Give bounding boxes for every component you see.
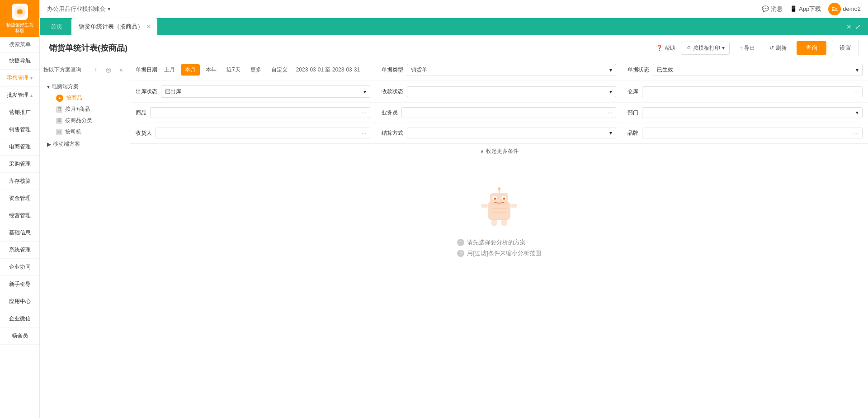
- sidebar: 畅捷信好生意 标版 搜索菜单 快捷导航 零售管理 ▾ 批发管理 ▴ 营销推广 销…: [0, 0, 40, 418]
- sidebar-item-sales[interactable]: 销售管理: [0, 121, 39, 138]
- receiver-input[interactable]: ···: [156, 128, 370, 138]
- collapse-panel-btn[interactable]: «: [116, 65, 126, 75]
- tab-close-btn[interactable]: ×: [147, 24, 150, 29]
- payment-select[interactable]: ▾: [407, 128, 616, 138]
- product-input[interactable]: ···: [150, 107, 370, 118]
- industry-selector[interactable]: 办公用品行业模拟账套 ▾: [47, 5, 111, 13]
- user-profile-btn[interactable]: Ea demo2: [828, 3, 861, 15]
- scheme-by-product[interactable]: ● 按商品: [43, 92, 126, 104]
- filter-row-3: 商品 ··· 业务员 ···: [130, 103, 868, 123]
- active-scheme-icon: ●: [56, 95, 63, 102]
- header-actions: 💬 消息 📱 App下载 Ea demo2: [762, 3, 861, 15]
- printer-icon: 回: [56, 129, 62, 135]
- add-scheme-btn[interactable]: +: [91, 65, 101, 75]
- scheme-by-category[interactable]: 回 按商品分类: [43, 115, 126, 126]
- sidebar-item-quick-nav[interactable]: 快捷导航: [0, 52, 39, 70]
- sidebar-item-operations[interactable]: 经营管理: [0, 207, 39, 224]
- staff-input[interactable]: ···: [401, 107, 616, 118]
- sidebar-item-member[interactable]: 畅会员: [0, 328, 39, 345]
- sidebar-item-wholesale[interactable]: 批发管理 ▴: [0, 87, 39, 104]
- doc-status-cell: 单据状态 已生效 ▾: [622, 59, 868, 81]
- sidebar-item-ecommerce[interactable]: 电商管理: [0, 138, 39, 156]
- date-last-month-btn[interactable]: 上月: [160, 64, 179, 76]
- app-download-btn[interactable]: 📱 App下载: [790, 5, 821, 13]
- help-btn[interactable]: ❓ 帮助: [656, 44, 675, 52]
- page-content: 销货单统计表(按商品) ❓ 帮助 🖨 按模板打印 ▾ ↑ 导出: [40, 35, 868, 418]
- search-menu[interactable]: 搜索菜单: [0, 37, 39, 52]
- dept-select[interactable]: ▾: [642, 107, 863, 118]
- pc-scheme-parent[interactable]: ▾ 电脑端方案: [43, 80, 126, 92]
- sidebar-item-inventory[interactable]: 库存核算: [0, 173, 39, 190]
- sidebar-item-system[interactable]: 系统管理: [0, 242, 39, 259]
- out-status-cell: 出库状态 已出库 ▾: [130, 81, 376, 102]
- page-inner: 销货单统计表(按商品) ❓ 帮助 🖨 按模板打印 ▾ ↑ 导出: [40, 35, 868, 418]
- date-7days-btn[interactable]: 近7天: [222, 64, 245, 76]
- svg-rect-11: [491, 218, 497, 226]
- main-area: 办公用品行业模拟账套 ▾ 💬 消息 📱 App下载 Ea demo2: [40, 0, 868, 418]
- category-icon: 回: [56, 118, 62, 124]
- scheme-by-month-product[interactable]: 日 按月+商品: [43, 104, 126, 115]
- app-subtitle: 标版: [15, 28, 24, 33]
- date-custom-btn[interactable]: 自定义: [267, 64, 292, 76]
- date-this-year-btn[interactable]: 本年: [202, 64, 221, 76]
- doc-status-select[interactable]: 已生效 ▾: [653, 64, 863, 76]
- logo-icon: [12, 4, 28, 20]
- date-label: 单据日期: [136, 66, 157, 74]
- brand-input[interactable]: ···: [642, 128, 863, 138]
- industry-label: 办公用品行业模拟账套: [47, 5, 106, 13]
- sidebar-item-wechat[interactable]: 企业微信: [0, 310, 39, 328]
- wholesale-arrow: ▴: [30, 93, 33, 98]
- tab-close-window-icon[interactable]: ✕: [846, 23, 852, 30]
- filter-row-4: 收货人 ··· 结算方式 ▾: [130, 123, 868, 143]
- tab-sales-stats[interactable]: 销货单统计表（按商品） ×: [71, 18, 157, 35]
- out-status-select[interactable]: 已出库 ▾: [161, 86, 370, 98]
- warehouse-input[interactable]: ···: [642, 86, 863, 97]
- brand-cell: 品牌 ···: [622, 123, 868, 143]
- tab-home[interactable]: 首页: [43, 18, 70, 35]
- scheme-by-printer[interactable]: 回 按司机: [43, 126, 126, 138]
- mobile-scheme-expand-icon: ▶: [47, 141, 51, 147]
- tab-maximize-icon[interactable]: ⤢: [855, 23, 861, 30]
- sidebar-item-finance[interactable]: 资金管理: [0, 190, 39, 207]
- sidebar-item-app-center[interactable]: 应用中心: [0, 293, 39, 310]
- dept-arrow: ▾: [856, 109, 859, 116]
- date-more-btn[interactable]: 更多: [246, 64, 265, 76]
- sidebar-item-retail[interactable]: 零售管理 ▾: [0, 70, 39, 87]
- sidebar-item-purchase[interactable]: 采购管理: [0, 156, 39, 173]
- dept-cell: 部门 ▾: [622, 103, 868, 123]
- staff-label: 业务员: [382, 109, 398, 117]
- edit-scheme-btn[interactable]: ◎: [104, 65, 113, 75]
- svg-point-8: [498, 187, 500, 190]
- sidebar-item-cooperation[interactable]: 企业协同: [0, 259, 39, 276]
- query-button[interactable]: 查询: [797, 41, 826, 55]
- app-logo: 畅捷信好生意 标版: [0, 0, 39, 37]
- doc-type-cell: 单据类型 销货单 ▾: [376, 59, 622, 81]
- template-print-btn[interactable]: 🖨 按模板打印 ▾: [681, 42, 730, 55]
- export-btn[interactable]: ↑ 导出: [735, 42, 760, 54]
- svg-rect-9: [481, 204, 488, 208]
- date-this-month-btn[interactable]: 本月: [181, 64, 200, 76]
- refresh-icon: ↺: [769, 45, 774, 51]
- download-icon: 📱: [790, 5, 797, 12]
- doc-status-arrow: ▾: [856, 67, 859, 73]
- filter-panel-header: 按以下方案查询 + ◎ «: [43, 65, 126, 75]
- date-buttons: 上月 本月 本年 近7天 更多 自定义: [160, 64, 292, 76]
- product-cell: 商品 ···: [130, 103, 376, 123]
- sidebar-item-marketing[interactable]: 营销推广: [0, 104, 39, 121]
- messages-btn[interactable]: 💬 消息: [762, 5, 783, 13]
- collection-status-select[interactable]: ▾: [407, 86, 616, 97]
- refresh-btn[interactable]: ↺ 刷新: [765, 42, 791, 54]
- out-status-arrow: ▾: [363, 89, 366, 95]
- doc-type-select[interactable]: 销货单 ▾: [407, 64, 616, 76]
- doc-type-label: 单据类型: [382, 66, 403, 74]
- sidebar-item-basic[interactable]: 基础信息: [0, 224, 39, 242]
- receiver-label: 收货人: [136, 129, 152, 137]
- collapse-filters-btn[interactable]: ∧ 收起更多条件: [130, 143, 868, 159]
- settings-button[interactable]: 设置: [832, 41, 859, 55]
- sidebar-item-guide[interactable]: 新手引导: [0, 276, 39, 293]
- svg-point-5: [494, 198, 496, 200]
- mobile-scheme-parent[interactable]: ▶ 移动端方案: [43, 138, 126, 150]
- payment-label: 结算方式: [382, 129, 403, 137]
- svg-rect-12: [501, 218, 507, 226]
- query-area: 单据日期 上月 本月 本年 近7天 更多 自定义 2023-03-01 至 20…: [130, 59, 868, 418]
